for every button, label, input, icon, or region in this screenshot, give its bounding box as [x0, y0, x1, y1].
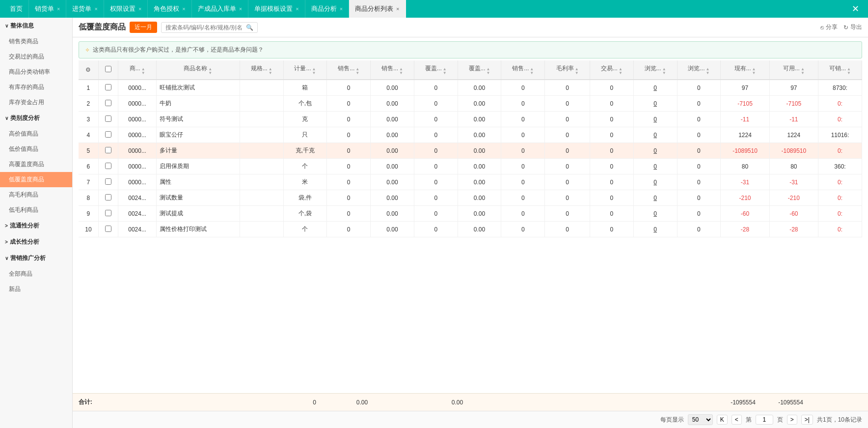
browse-link[interactable]: 0: [653, 179, 657, 186]
row-browse1[interactable]: 0: [633, 80, 677, 96]
close-icon[interactable]: ×: [182, 6, 185, 12]
browse-link[interactable]: 0: [653, 163, 657, 170]
sidebar-item-high-value[interactable]: 高价值商品: [0, 126, 72, 142]
row-browse1[interactable]: 0: [633, 112, 677, 127]
close-icon[interactable]: ×: [296, 6, 298, 12]
browse-link[interactable]: 0: [653, 226, 657, 233]
close-icon[interactable]: ×: [239, 6, 242, 12]
sidebar-section-liquidity[interactable]: > 流通性分析: [0, 218, 72, 234]
table-wrapper[interactable]: ⚙ 商...▲▼ 商品名称▲▼ 规格...▲▼ 计量...▲▼ 销售...▲▼ …: [73, 60, 868, 393]
row-browse1[interactable]: 0: [633, 143, 677, 159]
prev-page-button[interactable]: <: [732, 415, 742, 425]
sidebar-item-new-products[interactable]: 新品: [0, 282, 72, 297]
row-cov1: 0: [414, 96, 458, 112]
select-all-checkbox[interactable]: [105, 66, 111, 72]
nav-item-sales[interactable]: 销货单 ×: [29, 0, 66, 18]
per-page-select[interactable]: 50 20 100: [688, 414, 713, 425]
nav-item-product-in[interactable]: 产成品入库单 ×: [192, 0, 248, 18]
row-select-checkbox[interactable]: [105, 84, 111, 90]
sidebar-item-category-rate[interactable]: 商品分类动销率: [0, 64, 72, 80]
row-sale3: 0: [501, 112, 545, 127]
row-checkbox[interactable]: [98, 80, 118, 96]
sidebar-item-low-profit[interactable]: 低毛利商品: [0, 202, 72, 218]
sidebar-section-category[interactable]: ∨ 类别度分析: [0, 110, 72, 126]
row-select-checkbox[interactable]: [105, 210, 111, 216]
nav-item-role[interactable]: 角色授权 ×: [148, 0, 191, 18]
close-icon[interactable]: ×: [340, 6, 343, 12]
sidebar-item-high-coverage[interactable]: 高覆盖度商品: [0, 157, 72, 172]
browse-link[interactable]: 0: [653, 210, 657, 217]
sidebar-section-growth[interactable]: > 成长性分析: [0, 234, 72, 250]
sidebar-item-sales-products[interactable]: 销售类商品: [0, 34, 72, 49]
share-button[interactable]: ⎋ 分享: [820, 23, 838, 31]
row-select-checkbox[interactable]: [105, 131, 111, 138]
row-select-checkbox[interactable]: [105, 115, 111, 122]
row-select-checkbox[interactable]: [105, 147, 111, 153]
sidebar-item-traded-products[interactable]: 交易过的商品: [0, 49, 72, 64]
close-icon[interactable]: ×: [138, 6, 141, 12]
row-checkbox[interactable]: [98, 174, 118, 190]
browse-link[interactable]: 0: [653, 116, 657, 123]
search-icon[interactable]: 🔍: [246, 24, 253, 31]
nav-item-purchase[interactable]: 进货单 ×: [66, 0, 104, 18]
row-select-checkbox[interactable]: [105, 226, 111, 232]
row-checkbox[interactable]: [98, 127, 118, 143]
sidebar-item-low-coverage[interactable]: 低覆盖度商品: [0, 172, 72, 187]
close-icon[interactable]: ×: [57, 6, 60, 12]
nav-item-analysis-list[interactable]: 商品分析列表 ×: [349, 0, 406, 18]
page-number-input[interactable]: [756, 415, 773, 425]
row-checkbox[interactable]: [98, 143, 118, 159]
row-select-checkbox[interactable]: [105, 100, 111, 106]
row-current: -1089510: [721, 143, 769, 159]
row-name: 旺铺批次测试: [156, 80, 240, 96]
row-checkbox[interactable]: [98, 222, 118, 237]
nav-item-analysis[interactable]: 商品分析 ×: [305, 0, 349, 18]
close-icon[interactable]: ×: [94, 6, 97, 12]
search-input[interactable]: [165, 24, 244, 31]
row-checkbox[interactable]: [98, 96, 118, 112]
row-num: 2: [79, 96, 98, 112]
sidebar-section-marketing[interactable]: ∨ 营销推广分析: [0, 250, 72, 266]
row-checkbox[interactable]: [98, 112, 118, 127]
row-browse1[interactable]: 0: [633, 96, 677, 112]
time-filter-button[interactable]: 近一月: [130, 22, 157, 33]
sidebar-item-high-profit[interactable]: 高毛利商品: [0, 187, 72, 202]
row-gross: 0: [545, 143, 590, 159]
browse-link[interactable]: 0: [653, 195, 657, 201]
browse-link[interactable]: 0: [653, 85, 657, 91]
sidebar-item-all-products[interactable]: 全部商品: [0, 266, 72, 282]
close-icon[interactable]: ×: [396, 6, 399, 12]
browse-link[interactable]: 0: [653, 132, 657, 139]
col-checkbox[interactable]: [98, 60, 118, 80]
row-checkbox[interactable]: [98, 190, 118, 206]
row-sale3: 0: [501, 206, 545, 222]
row-checkbox[interactable]: [98, 159, 118, 174]
row-browse1[interactable]: 0: [633, 190, 677, 206]
row-browse1[interactable]: 0: [633, 222, 677, 237]
sidebar-section-overview[interactable]: ∨ 整体信息: [0, 18, 72, 34]
browse-link[interactable]: 0: [653, 100, 657, 107]
export-button[interactable]: ↻ 导出: [843, 23, 862, 31]
sidebar-item-stocked-products[interactable]: 有库存的商品: [0, 80, 72, 95]
window-close-button[interactable]: ✕: [847, 3, 864, 14]
col-settings[interactable]: ⚙: [79, 60, 98, 80]
row-checkbox[interactable]: [98, 206, 118, 222]
row-select-checkbox[interactable]: [105, 178, 111, 185]
first-page-button[interactable]: K: [717, 415, 728, 425]
row-select-checkbox[interactable]: [105, 163, 111, 169]
nav-item-template[interactable]: 单据模板设置 ×: [248, 0, 305, 18]
sidebar-item-stock-capital[interactable]: 库存资金占用: [0, 95, 72, 110]
row-browse1[interactable]: 0: [633, 127, 677, 143]
page-end-label: 页: [777, 416, 783, 424]
browse-link[interactable]: 0: [653, 147, 657, 154]
last-page-button[interactable]: >|: [801, 415, 813, 425]
sidebar-item-low-value[interactable]: 低价值商品: [0, 142, 72, 157]
next-page-button[interactable]: >: [787, 415, 797, 425]
row-cov2: 0.00: [458, 80, 501, 96]
nav-item-home[interactable]: 首页: [4, 0, 29, 18]
row-browse1[interactable]: 0: [633, 206, 677, 222]
row-select-checkbox[interactable]: [105, 194, 111, 200]
row-browse1[interactable]: 0: [633, 174, 677, 190]
nav-item-permission[interactable]: 权限设置 ×: [104, 0, 148, 18]
row-browse1[interactable]: 0: [633, 159, 677, 174]
